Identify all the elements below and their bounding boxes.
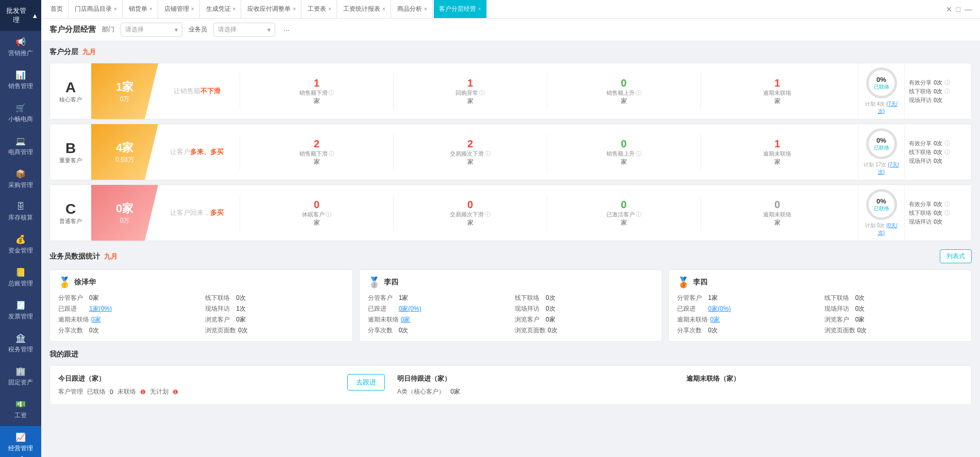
close-icon[interactable]: × (382, 6, 385, 12)
metric-c-2[interactable]: 0 已激活客户 ⓘ 家 (547, 195, 700, 231)
metric-a-1[interactable]: 1 回购异常 ⓘ 家 (393, 73, 547, 110)
tab-ap-adjustment[interactable]: 应收应付调整单 × (242, 0, 301, 19)
tab-minimize[interactable]: — (965, 5, 972, 13)
info-icon[interactable]: ⓘ (944, 200, 950, 208)
close-icon[interactable]: × (114, 6, 117, 12)
tab-maximize[interactable]: □ (956, 5, 960, 13)
card-shape-b[interactable]: 4家 0.53万 (91, 124, 158, 180)
sidebar-item-salary[interactable]: 💵 工资 (0, 393, 41, 426)
sidebar-item-marketing[interactable]: 📢 营销推广 (0, 31, 41, 64)
list-view-button[interactable]: 列表式 (940, 249, 972, 263)
card-shape-c[interactable]: 0家 0万 (91, 185, 158, 241)
circle-plan: 计划 4次 (7天/次) (863, 100, 900, 115)
sidebar-item-sales[interactable]: 📊 销售管理 (0, 64, 41, 97)
metric-b-0[interactable]: 2 销售额下滑 ⓘ 家 (240, 134, 393, 171)
info-icon[interactable]: ⓘ (944, 88, 950, 95)
tab-customer-mgmt[interactable]: 客户分层经营 × (434, 0, 487, 19)
info-icon[interactable]: ⓘ (944, 140, 950, 147)
customer-section-title: 客户分层 九月 (49, 47, 972, 57)
tab-actions: ✕ □ — (942, 5, 976, 13)
metric-value[interactable]: 1家(0%) (89, 304, 112, 313)
metric-label: 分享次数 (368, 326, 397, 335)
staff-metric: 分管客户 1家 (677, 294, 816, 302)
right-stat: 现场拜访 0次 (909, 157, 967, 165)
metric-label: 交易频次下滑 ⓘ (398, 150, 543, 158)
plan-link[interactable]: (7天/次) (878, 101, 898, 114)
metric-label: 浏览客户 (824, 315, 853, 324)
metric-value[interactable]: 0家(0%) (708, 304, 731, 313)
tab-sales-order[interactable]: 销货单 × (124, 0, 158, 19)
sidebar-item-tax[interactable]: 🏦 税务管理 (0, 327, 41, 360)
count-b: 4家 (116, 140, 133, 156)
metric-b-3[interactable]: 1 逾期未联络 家 (700, 134, 854, 171)
tab-store-mgmt[interactable]: 店铺管理 × (159, 0, 200, 19)
sidebar-item-purchase[interactable]: 📦 采购管理 (0, 163, 41, 196)
metric-a-2[interactable]: 0 销售额上升 ⓘ 家 (547, 73, 700, 110)
sidebar-item-label: 资金管理 (8, 246, 33, 255)
close-icon[interactable]: × (328, 6, 331, 12)
card-left-c: C 普通客户 (50, 185, 91, 241)
metric-c-3[interactable]: 0 逾期未联络 家 (700, 195, 854, 231)
metric-value[interactable]: 0家 (91, 315, 101, 324)
close-icon[interactable]: × (478, 6, 481, 12)
tab-close-all[interactable]: ✕ (946, 5, 952, 13)
customer-card-a: A 核心客户 1家 0万 让销售额不下滑 1 销售额下滑 ⓘ 家 1 (49, 63, 972, 120)
staff-arrow: ▾ (267, 26, 271, 33)
sidebar-item-finance[interactable]: 💰 资金管理 (0, 228, 41, 261)
metric-label: 分享次数 (58, 326, 87, 335)
more-options-btn[interactable]: ··· (283, 26, 290, 34)
metric-c-0[interactable]: 0 休眠客户 ⓘ 家 (240, 195, 393, 231)
metric-a-3[interactable]: 1 逾期未联络 家 (700, 73, 854, 110)
circle-ring-c: 0% 已联络 (866, 189, 897, 220)
staff-metric: 分享次数 0次 (677, 326, 816, 335)
dept-select[interactable]: 请选择 ▾ (121, 23, 182, 37)
card-shape-a[interactable]: 1家 0万 (91, 63, 158, 119)
sidebar-item-ecom-small[interactable]: 🛒 小畅电商 (0, 97, 41, 130)
info-icon[interactable]: ⓘ (944, 209, 950, 217)
close-icon[interactable]: × (149, 6, 153, 12)
tab-store-products[interactable]: 门店商品目录 × (70, 0, 123, 19)
sidebar-item-ledger[interactable]: 📒 总账管理 (0, 261, 41, 294)
tab-home[interactable]: 首页 (45, 0, 69, 19)
metric-value[interactable]: 0家(0%) (399, 304, 421, 313)
sidebar-item-mgmt[interactable]: 📈 经营管理 ◀ (0, 426, 41, 457)
tab-product-analysis[interactable]: 商品分析 × (392, 0, 433, 19)
page-body: 客户分层 九月 A 核心客户 1家 0万 让销售额不下滑 1 销售额下滑 ⓘ (41, 41, 980, 457)
info-icon[interactable]: ⓘ (944, 148, 950, 156)
goto-followup-button[interactable]: 去跟进 (347, 374, 385, 391)
close-icon[interactable]: × (293, 6, 296, 12)
tab-home-label: 首页 (50, 5, 63, 13)
tab-voucher[interactable]: 生成凭证 × (201, 0, 242, 19)
close-icon[interactable]: × (191, 6, 194, 12)
staff-select[interactable]: 请选择 ▾ (213, 23, 275, 37)
today-noplan-val: ❶ (173, 388, 178, 396)
sidebar-item-invoice[interactable]: 🧾 发票管理 (0, 294, 41, 327)
metric-value[interactable]: 0家 (401, 315, 411, 324)
staff-metric: 现场拜访 0次 (824, 304, 963, 313)
plan-link[interactable]: (0天/次) (878, 223, 898, 235)
close-icon[interactable]: × (233, 6, 236, 12)
staff-name: 徐泽华 (74, 278, 96, 287)
tab-payroll-report[interactable]: 工资统计报表 × (338, 0, 391, 19)
metric-c-1[interactable]: 0 交易频次下滑 ⓘ 家 (393, 195, 547, 231)
metric-value[interactable]: 0家 (710, 315, 720, 324)
info-icon[interactable]: ⓘ (944, 79, 950, 87)
metric-a-0[interactable]: 1 销售额下滑 ⓘ 家 (240, 73, 393, 110)
tab-label: 商品分析 (397, 5, 422, 13)
metric-b-1[interactable]: 2 交易频次下滑 ⓘ 家 (393, 134, 547, 171)
sidebar-item-assets[interactable]: 🏢 固定资产 (0, 360, 41, 393)
plan-link[interactable]: (7天/次) (878, 162, 899, 175)
tomorrow-row: A类（核心客户） 0家 (397, 387, 674, 396)
marketing-icon: 📢 (15, 37, 26, 47)
stat-num: 0次 (934, 148, 942, 156)
metric-b-2[interactable]: 0 销售额上升 ⓘ 家 (547, 134, 700, 171)
tab-payroll[interactable]: 工资表 × (302, 0, 337, 19)
toolbar: 客户分层经营 部门 请选择 ▾ 业务员 请选择 ▾ ··· (41, 19, 980, 41)
metric-label: 逾期未联络 (368, 315, 399, 324)
card-right-stats-b: 有效分享 0次 ⓘ 线下联络 0次 ⓘ 现场拜访 0次 (904, 124, 971, 180)
close-icon[interactable]: × (424, 6, 427, 12)
sidebar-item-ecom[interactable]: 💻 电商管理 (0, 130, 41, 163)
sidebar-logo[interactable]: 批发管理 ▲ (0, 0, 41, 31)
sidebar-item-inventory[interactable]: 🗄 库存核算 (0, 196, 41, 228)
circle-label: 已联络 (874, 205, 889, 212)
